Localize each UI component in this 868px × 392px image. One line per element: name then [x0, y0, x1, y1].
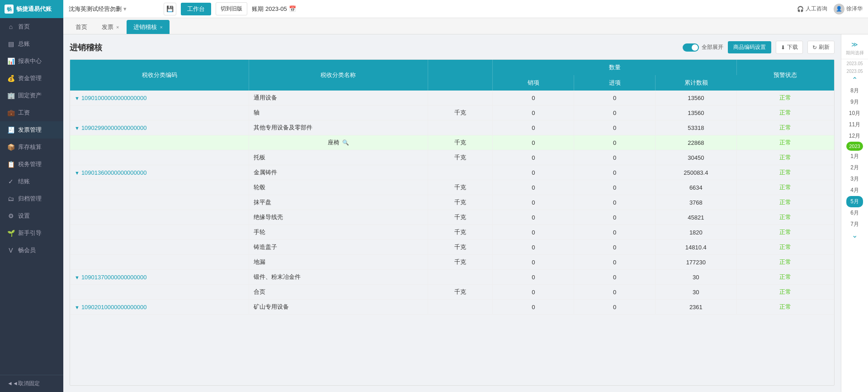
user-menu[interactable]: 👤 徐泽华	[834, 4, 863, 14]
table-row: 抹平盘千克003768正常	[70, 195, 834, 210]
period-month-2023[interactable]: 2023	[846, 142, 863, 151]
tab-home[interactable]: 首页	[69, 20, 94, 34]
tab-invoice[interactable]: 发票×	[95, 20, 126, 34]
company-selector[interactable]: 沈海英测试经营勿删 ▾	[69, 5, 159, 13]
sidebar-label-ledger: 总账	[18, 40, 30, 48]
table-row: 铸造盖子千克0014810.4正常	[70, 240, 834, 255]
period-month-12月[interactable]: 12月	[846, 130, 863, 142]
row-code[interactable]: 10901000000000000000	[81, 95, 147, 101]
sidebar-icon-ledger: ▤	[7, 40, 14, 48]
tab-close-invoice[interactable]: ×	[116, 24, 119, 30]
row-unit: 千克	[428, 105, 493, 120]
period-month-6月[interactable]: 6月	[846, 207, 863, 219]
support-button[interactable]: 🎧 人工咨询	[797, 5, 827, 13]
row-code[interactable]: 10901370000000000000	[81, 274, 147, 281]
period-month-1月[interactable]: 1月	[846, 151, 863, 162]
row-purchase: 0	[574, 195, 656, 210]
product-code-button[interactable]: 商品编码设置	[728, 41, 771, 53]
search-icon[interactable]: 🔍	[342, 139, 349, 146]
sidebar-item-tax[interactable]: 📋税务管理	[0, 156, 63, 173]
period-month-9月[interactable]: 9月	[846, 96, 863, 108]
sidebar-item-settings[interactable]: ⚙设置	[0, 207, 63, 225]
panel-collapse-header[interactable]: ≫ 期间选择	[841, 38, 868, 59]
expand-icon[interactable]: ▼	[75, 96, 80, 101]
period-month-3月[interactable]: 3月	[846, 173, 863, 185]
scroll-down-button[interactable]: ⌄	[851, 230, 859, 240]
row-total: 14810.4	[655, 240, 736, 255]
period-month-11月[interactable]: 11月	[846, 119, 863, 130]
sidebar-label-tax: 税务管理	[18, 160, 42, 168]
sidebar-item-home[interactable]: ⌂首页	[0, 18, 63, 35]
row-unit	[428, 91, 493, 105]
row-unit	[428, 270, 493, 285]
row-unit: 千克	[428, 180, 493, 195]
refresh-button[interactable]: ↻ 刷新	[807, 41, 835, 54]
row-purchase: 0	[574, 180, 656, 195]
row-code[interactable]: 10902010000000000000	[81, 304, 147, 311]
logo-icon: 畅	[5, 5, 14, 14]
period-month-7月[interactable]: 7月	[846, 219, 863, 230]
tab-label-home: 首页	[75, 23, 87, 31]
expand-icon[interactable]: ▼	[75, 170, 80, 176]
headset-icon: 🎧	[797, 6, 804, 12]
sidebar-label-inventory: 库存核算	[18, 143, 42, 151]
period-month-4月[interactable]: 4月	[846, 185, 863, 196]
expand-icon[interactable]: ▼	[75, 305, 80, 310]
row-unit	[428, 165, 493, 180]
tabs-bar: 首页发票×进销稽核×	[63, 18, 868, 34]
sidebar-item-member[interactable]: V畅会员	[0, 242, 63, 259]
th-status: 预警状态	[736, 60, 834, 91]
period-year-display: 2023.05	[846, 59, 863, 68]
row-status: 正常	[736, 240, 834, 255]
row-status: 正常	[736, 210, 834, 225]
row-code[interactable]: 10902990000000000000	[81, 124, 147, 131]
row-name: 托板	[254, 154, 265, 161]
row-status: 正常	[736, 165, 834, 180]
calendar-icon[interactable]: 📅	[289, 5, 296, 12]
th-name: 税收分类名称	[249, 60, 428, 91]
period-month-8月[interactable]: 8月	[846, 85, 863, 96]
sidebar: 畅 畅捷通易代账 ⌂首页▤总账📊报表中心💰资金管理🏢固定资产💼工资🧾发票管理📦库…	[0, 0, 63, 392]
sidebar-footer[interactable]: ◄◄取消固定	[0, 375, 63, 392]
download-button[interactable]: ⬇ 下载	[776, 41, 803, 54]
table-row: ▼10901000000000000000通用设备0013560正常	[70, 91, 834, 105]
sidebar-item-assets[interactable]: 🏢固定资产	[0, 87, 63, 104]
sidebar-item-invoice[interactable]: 🧾发票管理	[0, 121, 63, 139]
tab-reconcile[interactable]: 进销稽核×	[127, 20, 169, 34]
refresh-icon: ↻	[812, 44, 817, 51]
row-total: 250083.4	[655, 165, 736, 180]
period-month-2月[interactable]: 2月	[846, 162, 863, 173]
scroll-up-button[interactable]: ⌃	[851, 75, 859, 85]
sidebar-item-inventory[interactable]: 📦库存核算	[0, 139, 63, 156]
toggle-label: 全部展开	[702, 43, 723, 51]
period-month-10月[interactable]: 10月	[846, 108, 863, 119]
sidebar-item-settle[interactable]: ✓结账	[0, 173, 63, 190]
expand-all-toggle[interactable]: 全部展开	[683, 43, 723, 52]
expand-icon[interactable]: ▼	[75, 275, 80, 280]
row-sale: 0	[493, 180, 574, 195]
sidebar-item-funds[interactable]: 💰资金管理	[0, 70, 63, 87]
reconcile-table: 税收分类编码 税收分类名称 数量 预警状态 销项 进项 累计数额 ▼109010…	[70, 60, 834, 315]
toggle-switch[interactable]	[683, 43, 699, 52]
switch-version-button[interactable]: 切到旧版	[216, 2, 247, 15]
period-month-5月[interactable]: 5月	[846, 196, 863, 207]
row-code[interactable]: 10901360000000000000	[81, 169, 147, 176]
save-button[interactable]: 💾	[164, 3, 176, 15]
expand-icon[interactable]: ▼	[75, 125, 80, 131]
sidebar-label-payroll: 工资	[18, 109, 30, 117]
content-area: 进销稽核 全部展开 商品编码设置 ⬇ 下载 ↻ 刷	[63, 34, 868, 392]
tab-close-reconcile[interactable]: ×	[160, 24, 162, 30]
sidebar-item-archive[interactable]: 🗂归档管理	[0, 190, 63, 207]
sidebar-icon-guide: 🌱	[7, 229, 14, 237]
row-status: 正常	[736, 150, 834, 165]
workspace-button[interactable]: 工作台	[181, 3, 211, 15]
sidebar-item-reports[interactable]: 📊报表中心	[0, 53, 63, 70]
sidebar-item-payroll[interactable]: 💼工资	[0, 104, 63, 121]
row-sale: 0	[493, 135, 574, 150]
avatar: 👤	[834, 4, 844, 14]
sidebar-item-guide[interactable]: 🌱新手引导	[0, 225, 63, 242]
sidebar-label-settle: 结账	[18, 177, 30, 186]
sidebar-item-ledger[interactable]: ▤总账	[0, 35, 63, 53]
sidebar-icon-member: V	[7, 247, 14, 254]
row-sale: 0	[493, 240, 574, 255]
